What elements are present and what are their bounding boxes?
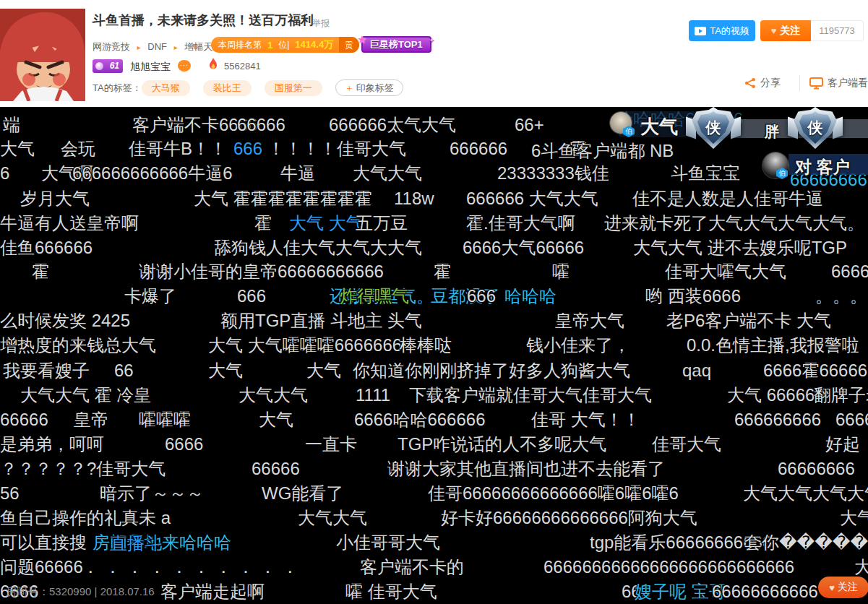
noble-danmaku-layer: 伯 大气 侠 胖 侠 伯 对 客户	[0, 107, 868, 604]
superstar-badge[interactable]: ★ 巨星榜TOP1 ✦	[361, 36, 431, 53]
follow-overlay-label: 关注	[838, 581, 858, 594]
knight-shield-icon: 侠	[793, 107, 838, 149]
page: 斗鱼首播，未来请多关照！送百万福利 举报 网游竞技 ▸ DNF ▸ 增幅天空 本…	[0, 0, 868, 604]
video-icon	[695, 27, 706, 35]
tag-pill[interactable]: 大马猴	[142, 80, 190, 96]
breadcrumb-category[interactable]: 网游竞技	[93, 41, 130, 52]
rank-value: 1414.4万	[295, 38, 333, 51]
tags-label: TA的标签：	[93, 82, 142, 95]
popularity-count: 5562841	[224, 61, 261, 72]
share-icon	[744, 77, 756, 89]
level-value: 61	[110, 61, 119, 71]
breadcrumb-separator-icon: ▸	[174, 43, 178, 51]
rank-unit: 贡	[339, 37, 359, 53]
heart-icon: ♥	[771, 25, 777, 36]
breadcrumb-game[interactable]: DNF	[147, 41, 167, 52]
breadcrumb-separator-icon: ▸	[137, 43, 141, 51]
tags-row: TA的标签： 大马猴 装比王 国服第一 ＋印象标签	[93, 79, 403, 96]
ta-videos-button[interactable]: TA的视频	[689, 20, 755, 41]
tag-pill[interactable]: 装比王	[203, 80, 252, 96]
noble-danmaku-text: 大气	[640, 114, 678, 139]
weekly-rank-badge: 本周排名第 1 位| 1414.4万 贡	[211, 37, 359, 53]
level-badge: 61	[93, 59, 123, 73]
rank-prefix: 本周排名第	[218, 39, 262, 51]
knight-shield-icon: 侠	[691, 107, 736, 149]
streamer-avatar[interactable]	[0, 9, 85, 101]
follower-count[interactable]: 1195773	[811, 20, 864, 41]
monitor-icon	[809, 77, 823, 90]
client-label: 客户端看	[828, 77, 868, 90]
star-icon: ✦	[429, 33, 434, 47]
rank-mid: 位|	[278, 39, 289, 51]
share-button[interactable]: 分享	[744, 77, 781, 90]
room-info: 房间号：5320990 | 2018.07.16	[6, 585, 155, 599]
breadcrumb: 网游竞技 ▸ DNF ▸ 增幅天空	[93, 40, 222, 53]
page-title: 斗鱼首播，未来请多关照！送百万福利	[93, 12, 314, 29]
follow-button[interactable]: ♥ 关注	[760, 20, 811, 41]
chat-bubble-icon[interactable]: ···	[178, 60, 191, 72]
share-label: 分享	[760, 77, 781, 90]
client-button[interactable]: 客户端看	[809, 77, 868, 90]
tag-pill[interactable]: 国服第一	[265, 80, 322, 96]
level-icon	[95, 62, 103, 70]
add-tag-button[interactable]: ＋印象标签	[335, 79, 403, 96]
streamer-name[interactable]: 旭旭宝宝	[130, 61, 171, 74]
noble-danmaku-text: 对 客户	[795, 156, 849, 178]
report-link[interactable]: 举报	[312, 17, 330, 30]
divider	[799, 75, 800, 91]
rank-number: 1	[267, 40, 272, 51]
follow-label: 关注	[780, 25, 800, 38]
shield-glyph: 侠	[706, 118, 721, 138]
room-header: 斗鱼首播，未来请多关照！送百万福利 举报 网游竞技 ▸ DNF ▸ 增幅天空 本…	[0, 0, 868, 107]
superstar-label: 巨星榜TOP1	[370, 39, 423, 50]
flame-icon	[208, 58, 218, 74]
heart-icon: ♥	[829, 582, 835, 593]
shield-glyph: 侠	[808, 118, 823, 138]
add-tag-label: 印象标签	[356, 82, 394, 93]
star-icon: ★	[357, 33, 366, 46]
ta-videos-label: TA的视频	[710, 25, 749, 38]
plus-icon: ＋	[345, 82, 354, 93]
video-player[interactable]: 端客户端不卡666666666666666太气大气66+哈哈哈哈666666大气…	[0, 107, 868, 604]
noble-danmaku-text: 胖	[765, 122, 779, 142]
follow-overlay-button[interactable]: ♥ 关注	[818, 577, 868, 598]
avatar-image	[0, 9, 85, 101]
